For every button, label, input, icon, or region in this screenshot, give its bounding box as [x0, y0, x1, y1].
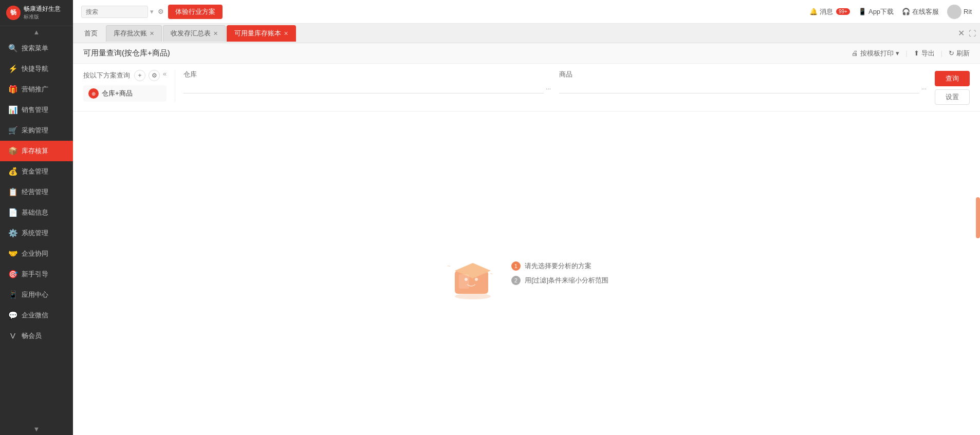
warehouse-more-btn[interactable]: ...	[546, 84, 551, 91]
sidebar-item-basic-info[interactable]: 📄 基础信息	[0, 202, 73, 223]
tab-home[interactable]: 首页	[77, 25, 105, 42]
cart-icon: 🛒	[8, 126, 17, 135]
money-icon: 💰	[8, 167, 17, 176]
sidebar-item-purchase[interactable]: 🛒 采购管理	[0, 120, 73, 141]
sidebar-item-system[interactable]: ⚙️ 系统管理	[0, 223, 73, 243]
page-title: 可用量查询(按仓库+商品)	[83, 48, 170, 58]
hint-2: 2 用[过滤]条件来缩小分析范围	[511, 276, 608, 285]
tabs-end-actions: ✕ ⛶	[958, 28, 976, 38]
print-icon: 🖨	[852, 49, 858, 57]
expand-tab-btn[interactable]: ⛶	[969, 29, 976, 37]
filter-scheme-actions: + ⚙ «	[134, 70, 167, 81]
sidebar-item-operations[interactable]: 📋 经营管理	[0, 182, 73, 202]
tab-receive-summary[interactable]: 收发存汇总表 ✕	[163, 25, 226, 42]
export-btn[interactable]: ⬆ 导出	[914, 49, 935, 58]
sidebar-item-wechat[interactable]: 💬 企业微信	[0, 305, 73, 326]
user-avatar[interactable]: Rit	[947, 5, 972, 19]
product-input[interactable]	[559, 81, 919, 93]
vip-icon: V	[8, 331, 17, 340]
sidebar-item-label: 资金管理	[22, 167, 48, 176]
sidebar-item-sales[interactable]: 📊 销售管理	[0, 100, 73, 120]
sidebar-item-new-guide[interactable]: 🎯 新手引导	[0, 264, 73, 285]
scrollbar-handle[interactable]	[976, 197, 980, 238]
sidebar-item-app-center[interactable]: 📱 应用中心	[0, 285, 73, 305]
logo-edition: 标准版	[24, 13, 61, 21]
sidebar-item-label: 搜索菜单	[22, 44, 48, 53]
collapse-btn[interactable]: «	[163, 70, 167, 81]
svg-point-0	[455, 293, 491, 299]
search-area: ▾	[81, 6, 154, 18]
gift-icon: 🎁	[8, 85, 17, 94]
sidebar-item-shortcut[interactable]: ⚡ 快捷导航	[0, 59, 73, 79]
sidebar-item-label: 企业协同	[22, 249, 48, 258]
empty-svg: ~ ~	[445, 248, 501, 304]
filter-scheme-label: 按以下方案查询 + ⚙ «	[83, 70, 167, 81]
message-label: 消息	[820, 7, 833, 16]
query-btn[interactable]: 查询	[935, 71, 970, 86]
chevron-down-icon: ▾	[896, 49, 899, 57]
message-btn[interactable]: 🔔 消息 99+	[809, 7, 850, 16]
setting-btn[interactable]: 设置	[935, 89, 970, 105]
separator: |	[941, 49, 942, 57]
filter-fields: 仓库 ... 商品 ...	[183, 70, 927, 93]
tab-home-label: 首页	[84, 29, 98, 38]
main-area: ▾ ⚙ 体验行业方案 🔔 消息 99+ 📱 App下载 🎧 在线客服 Rit	[73, 0, 980, 435]
hint-num-1: 1	[511, 261, 521, 271]
sidebar-item-search[interactable]: 🔍 搜索菜单	[0, 38, 73, 59]
product-more-btn[interactable]: ...	[921, 84, 927, 91]
dropdown-icon[interactable]: ▾	[150, 8, 154, 15]
headset-icon: 🎧	[902, 8, 910, 15]
scroll-up-btn[interactable]: ▲	[0, 26, 73, 38]
product-input-row: ...	[559, 81, 927, 93]
product-filter: 商品 ...	[559, 70, 927, 93]
sidebar-item-label: 应用中心	[22, 290, 48, 299]
scheme-label: 仓库+商品	[102, 89, 133, 98]
bell-icon: 🔔	[809, 8, 818, 15]
sidebar-item-label: 企业微信	[22, 311, 48, 320]
tab-available-qty[interactable]: 可用量库存账本 ✕	[227, 25, 296, 42]
sidebar-item-marketing[interactable]: 🎁 营销推广	[0, 79, 73, 100]
tab-close-icon[interactable]: ✕	[284, 30, 288, 37]
customer-service-btn[interactable]: 🎧 在线客服	[902, 7, 939, 16]
industry-btn[interactable]: 体验行业方案	[168, 5, 223, 19]
wechat-icon: 💬	[8, 311, 17, 320]
avatar-img	[947, 5, 961, 19]
logo-icon: 畅	[6, 6, 21, 20]
sidebar-item-inventory[interactable]: 📦 库存核算	[0, 141, 73, 161]
filter-scheme-panel: 按以下方案查询 + ⚙ « ⊕ 仓库+商品	[83, 70, 175, 102]
settings-icon[interactable]: ⚙	[158, 8, 164, 15]
sidebar-item-label: 营销推广	[22, 85, 48, 94]
product-label: 商品	[559, 70, 927, 79]
sidebar-header: 畅 畅康通好生意 标准版	[0, 0, 73, 26]
refresh-btn[interactable]: ↻ 刷新	[949, 49, 970, 58]
tab-close-icon[interactable]: ✕	[150, 30, 154, 37]
sidebar-item-membership[interactable]: V 畅会员	[0, 326, 73, 346]
add-scheme-btn[interactable]: +	[134, 70, 145, 81]
mobile-icon: 📱	[858, 8, 866, 15]
tab-label: 库存批次账	[114, 29, 147, 38]
page-content: 可用量查询(按仓库+商品) 🖨 按模板打印 ▾ | ⬆ 导出 | ↻ 刷新	[73, 43, 980, 435]
search-input[interactable]	[81, 6, 148, 18]
sidebar-item-label: 采购管理	[22, 126, 48, 135]
svg-text:~: ~	[490, 271, 493, 277]
close-tab-btn[interactable]: ✕	[958, 28, 965, 38]
scheme-settings-btn[interactable]: ⚙	[149, 70, 160, 81]
guide-icon: 🎯	[8, 270, 17, 279]
sidebar-item-enterprise[interactable]: 🤝 企业协同	[0, 243, 73, 264]
warehouse-input[interactable]	[183, 81, 544, 93]
scheme-item-warehouse-product[interactable]: ⊕ 仓库+商品	[83, 85, 167, 102]
print-btn[interactable]: 🖨 按模板打印 ▾	[852, 49, 899, 58]
logo-name: 畅康通好生意	[24, 5, 61, 13]
chart-icon: 📊	[8, 105, 17, 115]
sidebar-item-label: 基础信息	[22, 208, 48, 217]
header-actions: 🖨 按模板打印 ▾ | ⬆ 导出 | ↻ 刷新	[852, 49, 970, 58]
scroll-down-btn[interactable]: ▼	[0, 423, 73, 435]
tab-batch-account[interactable]: 库存批次账 ✕	[106, 25, 162, 42]
app-download-btn[interactable]: 📱 App下载	[858, 7, 894, 16]
sidebar-item-label: 系统管理	[22, 229, 48, 238]
filter-area: 按以下方案查询 + ⚙ « ⊕ 仓库+商品 仓库	[73, 64, 980, 111]
sidebar-nav: 🔍 搜索菜单 ⚡ 快捷导航 🎁 营销推广 📊 销售管理 🛒 采购管理 📦 库存核…	[0, 38, 73, 423]
sidebar-item-finance[interactable]: 💰 资金管理	[0, 161, 73, 182]
page-header: 可用量查询(按仓库+商品) 🖨 按模板打印 ▾ | ⬆ 导出 | ↻ 刷新	[73, 43, 980, 64]
tab-close-icon[interactable]: ✕	[213, 30, 218, 37]
